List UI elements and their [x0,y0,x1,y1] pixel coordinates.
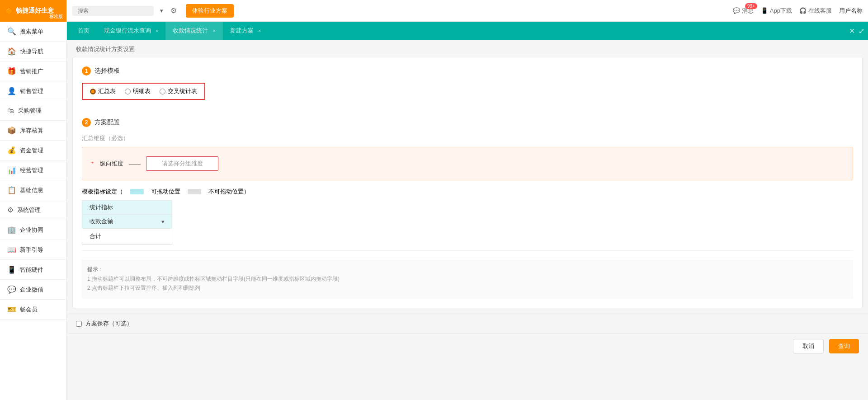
cashflow-tab-label: 现金银行流水查询 [104,27,151,35]
metrics-table-header: 统计指标 [82,201,172,215]
tab-cashflow[interactable]: 现金银行流水查询 × [97,22,165,40]
sidebar-item-enterprise[interactable]: 🏢 企业协同 [0,220,66,240]
subsection-label-text: 汇总维度（必选） [82,135,129,141]
sidebar-item-basic-info[interactable]: 📋 基础信息 [0,180,66,200]
metrics-label-text: 模板指标设定（ [82,188,123,196]
subsection-label: 汇总维度（必选） [82,134,853,142]
username: 用户名称 [839,7,863,15]
page-body: 1 选择模板 汇总表 明细表 交叉统计表 [72,57,863,308]
sidebar-item-label: 快捷导航 [20,47,43,56]
sidebar-item-label: 新手引导 [20,246,43,254]
nav-tabs: 首页 现金银行流水查询 × 收款情况统计 × 新建方案 × ✕ ⤢ [67,22,868,40]
purchase-icon: 🛍 [7,107,14,115]
page-footer: 取消 查询 [67,333,868,359]
download-btn[interactable]: 📱 App下载 [761,7,792,15]
inventory-icon: 📦 [7,126,16,135]
sidebar-item-purchase[interactable]: 🛍 采购管理 [0,101,66,121]
section2-title: 方案配置 [94,118,120,127]
collection-stats-tab-label: 收款情况统计 [173,27,208,35]
metrics-row-total-label: 合计 [90,233,101,240]
section1-number: 1 [82,66,91,75]
save-label: 方案保存（可选） [85,320,132,328]
metrics-section: 模板指标设定（ 可拖动位置 不可拖动位置） 统计指标 收款金额 ▾ [82,188,853,245]
new-plan-tab-label: 新建方案 [230,27,254,35]
dim-arrow: —— [129,160,141,167]
sidebar-item-label: 智能硬件 [20,266,43,274]
finance-icon: 💰 [7,146,16,155]
sidebar-item-label: 资金管理 [20,146,43,155]
save-section: 方案保存（可选） [67,314,868,333]
sidebar-item-operations[interactable]: 📊 经营管理 [0,160,66,180]
metrics-header-label: 统计指标 [90,203,113,212]
template-selection-box: 汇总表 明细表 交叉统计表 [82,83,205,100]
radio-detail[interactable]: 明细表 [125,87,151,95]
sidebar-item-hardware[interactable]: 📱 智能硬件 [0,260,66,280]
cashflow-tab-close[interactable]: × [156,28,158,33]
radio-detail-label: 明细表 [133,87,151,95]
sidebar-item-wechat[interactable]: 💬 企业微信 [0,280,66,300]
dimension-row: * 纵向维度 —— 请选择分组维度 [91,156,844,171]
maximize-icon[interactable]: ⤢ [859,27,864,35]
search-input[interactable] [72,6,154,16]
non-draggable-hint-color [188,189,201,194]
save-checkbox[interactable] [76,321,82,327]
tips-section: 提示： 1.拖动标题栏可以调整布局，不可跨维度或指标区域拖动栏目字段(只能在同一… [82,260,853,299]
sidebar-item-search-menu[interactable]: 🔍 搜索菜单 [0,22,66,42]
download-icon: 📱 [761,7,768,14]
section2-header: 2 方案配置 [82,118,853,127]
close-window-icon[interactable]: ✕ [849,27,855,35]
sidebar-item-finance[interactable]: 💰 资金管理 [0,141,66,160]
sidebar-item-system[interactable]: ⚙ 系统管理 [0,200,66,220]
guide-icon: 📖 [7,245,16,254]
tab-home[interactable]: 首页 [71,22,97,40]
sidebar-item-label: 库存核算 [20,127,43,135]
sidebar-item-member[interactable]: 🎫 畅会员 [0,300,66,320]
breadcrumb-text: 收款情况统计方案设置 [76,46,135,52]
radio-summary[interactable]: 汇总表 [90,87,116,95]
industry-btn[interactable]: 体验行业方案 [186,4,234,18]
dropdown-icon[interactable]: ▾ [160,7,163,14]
message-icon: 💬 [733,7,740,14]
metrics-col-header[interactable]: 收款金额 ▾ [82,215,172,229]
sidebar: 🔶 畅捷通好生意 标准版 🔍 搜索菜单 🏠 快捷导航 🎁 营销推广 👤 销售管理… [0,0,67,400]
new-plan-tab-close[interactable]: × [258,28,261,33]
message-btn[interactable]: 💬 消息 99+ [733,7,754,15]
radio-cross-input[interactable] [160,89,165,94]
page-breadcrumb: 收款情况统计方案设置 [67,40,868,57]
download-label: App下载 [770,7,792,15]
sales-icon: 👤 [7,87,16,95]
metrics-hint-row: 模板指标设定（ 可拖动位置 不可拖动位置） [82,188,853,196]
service-btn[interactable]: 🎧 在线客服 [799,7,832,15]
topbar-right: 💬 消息 99+ 📱 App下载 🎧 在线客服 用户名称 [733,7,863,15]
query-button[interactable]: 查询 [829,339,859,353]
radio-cross[interactable]: 交叉统计表 [160,87,197,95]
hardware-icon: 📱 [7,265,16,274]
wechat-icon: 💬 [7,285,16,294]
sidebar-item-guide[interactable]: 📖 新手引导 [0,240,66,260]
member-icon: 🎫 [7,305,16,314]
sidebar-item-quick-nav[interactable]: 🏠 快捷导航 [0,42,66,61]
radio-summary-input[interactable] [90,89,96,94]
radio-detail-input[interactable] [125,89,131,94]
gear-icon[interactable]: ⚙ [170,6,177,15]
sidebar-item-label: 搜索菜单 [20,28,43,36]
cancel-button[interactable]: 取消 [793,339,824,353]
sidebar-item-label: 畅会员 [20,306,38,314]
sidebar-item-label: 基础信息 [20,186,43,194]
sidebar-item-marketing[interactable]: 🎁 营销推广 [0,61,66,81]
metrics-col-label: 收款金额 [90,217,113,226]
dim-select-box[interactable]: 请选择分组维度 [146,156,218,171]
metrics-col-dropdown-icon[interactable]: ▾ [161,218,165,225]
sidebar-item-sales[interactable]: 👤 销售管理 [0,81,66,101]
sidebar-item-inventory[interactable]: 📦 库存核算 [0,121,66,141]
tab-collection-stats[interactable]: 收款情况统计 × [165,22,222,40]
app-name: 畅捷通好生意 [16,7,54,15]
tips-title: 提示： [87,266,848,273]
operations-icon: 📊 [7,166,16,174]
message-badge: 99+ [745,3,757,9]
hint-draggable-label: 可拖动位置 [151,188,180,196]
search-menu-icon: 🔍 [7,27,16,36]
sidebar-item-label: 企业协同 [20,226,43,234]
collection-stats-tab-close[interactable]: × [212,28,215,33]
tab-new-plan[interactable]: 新建方案 × [223,22,268,40]
